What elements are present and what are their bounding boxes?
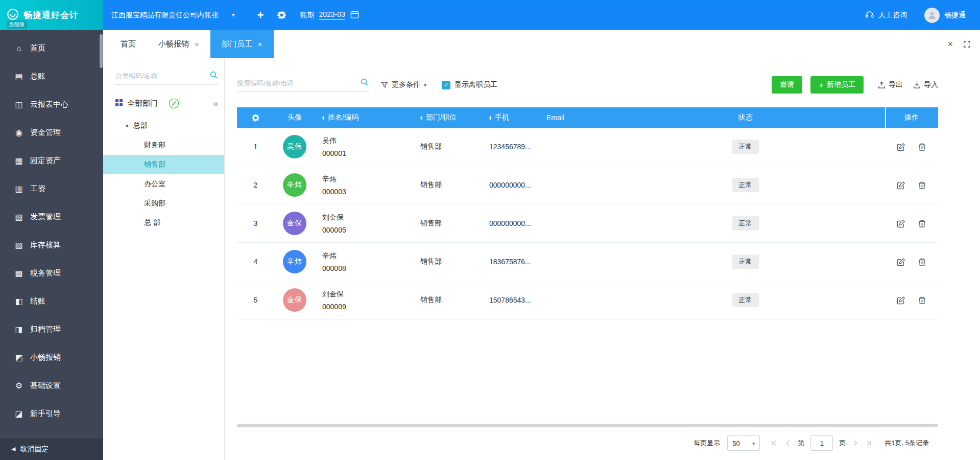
add-accountset-button[interactable]: +	[257, 10, 264, 21]
sidebar-item[interactable]: ▨ 库存核算	[0, 231, 103, 259]
dept-tree-item[interactable]: 销售部	[103, 155, 224, 174]
column-settings-gear-icon[interactable]	[237, 107, 274, 128]
sidebar-item[interactable]: ◧ 结账	[0, 287, 103, 315]
funnel-icon	[381, 81, 388, 88]
status-badge: 正常	[732, 140, 759, 154]
main-spacer	[225, 319, 980, 424]
user-menu[interactable]: 畅捷通	[924, 8, 966, 23]
sidebar-scrollbar[interactable]	[100, 34, 103, 68]
page-prefix: 第	[798, 439, 804, 448]
col-header-phone: ▴▾ 手机	[482, 107, 539, 128]
dept-tree-item[interactable]: 采购部	[103, 194, 224, 213]
fullscreen-icon[interactable]	[963, 40, 971, 48]
sidebar-item-label: 云报表中心	[30, 100, 68, 109]
edit-icon[interactable]	[897, 258, 905, 266]
app-logo[interactable]: 畅捷通好会计 旗舰版	[0, 0, 103, 30]
sidebar-item[interactable]: ◩ 小畅报销	[0, 343, 103, 372]
delete-icon[interactable]	[918, 219, 926, 228]
sidebar-item-label: 工资	[30, 184, 45, 194]
dept-tree-item[interactable]: 办公室	[103, 174, 224, 194]
delete-icon[interactable]	[918, 181, 926, 190]
calendar-icon[interactable]	[350, 10, 360, 21]
tab[interactable]: 小畅报销 ×	[147, 30, 210, 58]
support-label: 人工咨询	[878, 11, 907, 20]
unpin-sidebar-button[interactable]: ◀ 取消固定	[0, 438, 103, 460]
invite-button[interactable]: 邀请	[772, 76, 802, 94]
sort-icon[interactable]: ▴▾	[420, 115, 422, 120]
delete-icon[interactable]	[918, 258, 926, 266]
collapse-panel-icon[interactable]: «	[213, 99, 220, 109]
tab-close-icon[interactable]: ×	[195, 40, 199, 49]
tab-label: 部门员工	[222, 39, 252, 49]
delete-icon[interactable]	[918, 296, 926, 305]
dept-tree-item[interactable]: 总 部	[103, 213, 224, 233]
edit-icon[interactable]	[897, 219, 905, 228]
table-header: 头像 ▴▾ 姓名/编码 ▴▾ 部门/职位 ▴▾ 手机	[237, 107, 938, 128]
tab-close-icon[interactable]: ×	[258, 40, 262, 49]
prev-page-icon[interactable]	[784, 440, 792, 447]
sidebar-item[interactable]: ◨ 归档管理	[0, 315, 103, 343]
closing-icon: ◧	[14, 296, 23, 306]
sidebar-item[interactable]: ◪ 新手引导	[0, 400, 103, 428]
export-button[interactable]: 导出	[878, 80, 903, 89]
sidebar-item[interactable]: ◉ 资金管理	[0, 119, 103, 147]
sidebar-item[interactable]: ▩ 税务管理	[0, 259, 103, 287]
more-filters-button[interactable]: 更多条件 ▾	[381, 80, 426, 89]
page-size-select[interactable]: 50 ▾	[727, 435, 760, 451]
dept-tree-item[interactable]: 财务部	[103, 135, 224, 155]
import-button[interactable]: 导入	[913, 80, 938, 89]
company-selector[interactable]: 江西服宝精品有限责任公司内账张 ▾	[111, 11, 235, 20]
page-number-input[interactable]	[810, 435, 833, 451]
sidebar-item[interactable]: ⚙ 基础设置	[0, 372, 103, 400]
sidebar-item[interactable]: ⌂ 首页	[0, 34, 103, 62]
grid-icon	[115, 99, 123, 108]
employee-avatar: 辛炜	[283, 173, 306, 197]
sidebar-item[interactable]: ▧ 发票管理	[0, 203, 103, 231]
top-header: 畅捷通好会计 旗舰版 江西服宝精品有限责任公司内账张 ▾ + 账期 2023-0…	[0, 0, 980, 30]
page-content: 全部部门 « ▾ 总部 财务部 销	[103, 58, 980, 460]
first-page-icon[interactable]	[771, 440, 778, 447]
show-resigned-checkbox[interactable]	[442, 81, 450, 89]
invoice-icon: ▧	[14, 212, 23, 222]
add-employee-button[interactable]: +新增员工	[810, 76, 864, 94]
department-tree: ▾ 总部 财务部 销售部 办公室 采购部 总 部	[103, 116, 224, 233]
sort-icon[interactable]: ▴▾	[322, 115, 324, 120]
archive-icon: ◨	[14, 325, 23, 334]
sort-icon[interactable]: ▴▾	[489, 115, 491, 120]
last-page-icon[interactable]	[865, 440, 872, 447]
search-icon[interactable]	[209, 71, 218, 81]
header-settings-gear-icon[interactable]	[277, 10, 286, 20]
tab-label: 小畅报销	[158, 39, 189, 49]
search-icon[interactable]	[360, 78, 369, 88]
horizontal-scrollbar[interactable]	[237, 424, 938, 427]
close-all-icon[interactable]: ×	[947, 39, 953, 50]
department-search-input[interactable]	[115, 72, 209, 80]
show-resigned-toggle[interactable]: 显示离职员工	[442, 80, 497, 89]
sidebar-item[interactable]: ▤ 总账	[0, 62, 103, 90]
employee-search-input[interactable]	[237, 79, 360, 87]
sidebar-item[interactable]: ▣ 好会计学院	[0, 428, 103, 438]
all-departments-label: 全部部门	[127, 99, 158, 108]
toolbar-actions: 邀请 +新增员工 导出 导入	[772, 76, 938, 94]
tab[interactable]: 首页 ×	[109, 30, 147, 58]
chevron-down-icon: ▾	[232, 12, 235, 18]
edit-icon[interactable]	[897, 296, 905, 305]
sidebar-item-label: 归档管理	[30, 325, 61, 334]
edit-departments-icon[interactable]	[169, 98, 179, 109]
sidebar-item[interactable]: ▦ 固定资产	[0, 147, 103, 175]
period-value[interactable]: 2023-03	[319, 10, 345, 20]
delete-icon[interactable]	[918, 143, 926, 151]
sidebar-item[interactable]: ◫ 云报表中心	[0, 90, 103, 119]
sidebar-item[interactable]: ▥ 工资	[0, 175, 103, 203]
next-page-icon[interactable]	[852, 440, 859, 447]
edit-icon[interactable]	[897, 181, 905, 190]
dept-tree-root[interactable]: ▾ 总部	[103, 116, 224, 135]
all-departments-row[interactable]: 全部部门 «	[115, 98, 220, 109]
support-link[interactable]: 人工咨询	[865, 10, 907, 20]
tab[interactable]: 部门员工 ×	[210, 30, 274, 58]
tab-label: 首页	[121, 39, 136, 49]
sidebar-item-label: 小畅报销	[30, 353, 61, 362]
export-icon	[878, 81, 886, 89]
edit-icon[interactable]	[897, 143, 905, 151]
app-body: ⌂ 首页 ▤ 总账 ◫ 云报表中心 ◉ 资金管	[0, 30, 980, 460]
